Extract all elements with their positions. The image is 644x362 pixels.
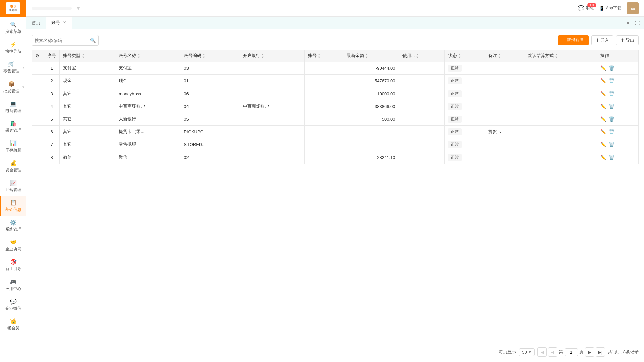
cell-settings — [32, 87, 44, 100]
tab-account[interactable]: 账号 ✕ — [46, 17, 72, 29]
export-button[interactable]: ⬆ 导出 — [616, 35, 639, 45]
sidebar-item-retail-mgmt[interactable]: 🛒 零售管理 ▼ — [0, 58, 26, 77]
sidebar-item-operations-mgmt[interactable]: 📈 经营管理 — [0, 176, 26, 196]
add-account-button[interactable]: + 新增账号 — [558, 35, 589, 45]
th-usage[interactable]: 使用...▲▼ — [399, 50, 445, 62]
finance-mgmt-icon: 💰 — [10, 160, 17, 166]
cell-status: 正常 — [445, 113, 485, 125]
cell-num: 8 — [44, 151, 60, 164]
cell-type: 其它 — [60, 87, 115, 100]
sidebar-item-basic-info[interactable]: 📋 基础信息 — [0, 196, 26, 216]
sidebar-item-ecommerce-mgmt[interactable]: 💻 电商管理 — [0, 97, 26, 117]
app-center-icon: 🎮 — [10, 279, 17, 285]
cell-status: 正常 — [445, 74, 485, 87]
next-page-btn[interactable]: ▶ — [585, 347, 594, 357]
cell-remark: 提货卡 — [485, 125, 524, 138]
th-remark[interactable]: 备注▲▼ — [485, 50, 524, 62]
edit-icon[interactable]: ✏️ — [600, 116, 606, 122]
cell-account — [304, 62, 343, 74]
page-input[interactable] — [565, 348, 578, 356]
app-download-button[interactable]: 📱 App下载 — [599, 5, 621, 11]
cell-type: 其它 — [60, 113, 115, 125]
beginner-guide-icon: 🎯 — [10, 259, 17, 265]
search-wrap[interactable]: 🔍 — [32, 35, 99, 46]
sidebar-item-inventory[interactable]: 📊 库存核算 — [0, 137, 26, 157]
table-container: ⚙ 序号 账号类型▲▼ 账号名称▲▼ 账号编码▲▼ 开户银行▲▼ 账号▲▼ 最新… — [32, 50, 639, 341]
edit-icon[interactable]: ✏️ — [600, 78, 606, 83]
table-row: 6 其它 提货卡（零... PICKUPC... 正常 提货卡 ✏️ 🗑️ — [32, 125, 639, 138]
cell-code: 05 — [180, 113, 239, 125]
th-default-settle[interactable]: 默认结算方式▲▼ — [524, 50, 597, 62]
last-page-btn[interactable]: ▶| — [596, 347, 605, 357]
first-page-btn[interactable]: |◀ — [537, 347, 547, 357]
delete-icon[interactable]: 🗑️ — [609, 155, 614, 160]
edit-icon[interactable]: ✏️ — [600, 104, 606, 109]
th-code[interactable]: 账号编码▲▼ — [180, 50, 239, 62]
delete-icon[interactable]: 🗑️ — [609, 78, 614, 83]
cell-usage — [399, 87, 445, 100]
sidebar-item-purchase-mgmt[interactable]: 🛍️ 采购管理 — [0, 117, 26, 137]
edit-icon[interactable]: ✏️ — [600, 142, 606, 147]
th-balance[interactable]: 最新余额▲▼ — [343, 50, 399, 62]
th-status[interactable]: 状态▲▼ — [445, 50, 485, 62]
sidebar-item-enterprise-wechat[interactable]: 💬 企业微信 — [0, 295, 26, 315]
delete-icon[interactable]: 🗑️ — [609, 142, 614, 147]
delete-icon[interactable]: 🗑️ — [609, 116, 614, 122]
add-account-label: + 新增账号 — [563, 37, 584, 43]
edit-icon[interactable]: ✏️ — [600, 91, 606, 96]
cell-name: 提货卡（零... — [115, 125, 180, 138]
cell-settings — [32, 74, 44, 87]
toolbar-right: + 新增账号 ⬇ 导入 ⬆ 导出 — [558, 35, 639, 45]
sidebar-item-search-menu[interactable]: 🔍 搜索菜单 — [0, 18, 26, 38]
dropdown-icon[interactable]: ▼ — [76, 5, 81, 11]
window-close-btn[interactable]: ✕ — [625, 20, 631, 26]
basic-info-icon: 📋 — [10, 199, 17, 206]
sidebar-item-quick-nav[interactable]: ⚡ 快捷导航 — [0, 38, 26, 58]
tab-account-close[interactable]: ✕ — [62, 20, 67, 25]
cell-num: 5 — [44, 113, 60, 125]
global-search-box[interactable] — [32, 7, 72, 10]
cell-remark — [485, 138, 524, 151]
app-logo: 稻谷 乐惠版 — [0, 0, 26, 17]
th-account[interactable]: 账号▲▼ — [304, 50, 343, 62]
th-bank[interactable]: 开户银行▲▼ — [239, 50, 304, 62]
edit-icon[interactable]: ✏️ — [600, 155, 606, 160]
cell-bank — [239, 125, 304, 138]
search-input[interactable] — [35, 38, 88, 43]
messages-button[interactable]: 💬 消息 99+ — [578, 5, 594, 11]
sidebar-item-label: 快捷导航 — [5, 49, 21, 54]
cell-account — [304, 100, 343, 113]
edit-icon[interactable]: ✏️ — [600, 129, 606, 134]
sidebar-item-vip-member[interactable]: 👑 畅会员 — [0, 315, 26, 335]
prev-page-btn[interactable]: ◀ — [548, 347, 557, 357]
th-name[interactable]: 账号名称▲▼ — [115, 50, 180, 62]
edit-icon[interactable]: ✏️ — [600, 65, 606, 71]
delete-icon[interactable]: 🗑️ — [609, 65, 614, 71]
logo-text: 稻谷 乐惠版 — [6, 2, 20, 14]
cell-name: 支付宝 — [115, 62, 180, 74]
table-row: 1 支付宝 支付宝 03 -90444.00 正常 ✏️ 🗑️ — [32, 62, 639, 74]
sidebar-item-wholesale-mgmt[interactable]: 📦 批发管理 ▼ — [0, 77, 26, 97]
cell-usage — [399, 100, 445, 113]
cell-code: STORED... — [180, 138, 239, 151]
delete-icon[interactable]: 🗑️ — [609, 104, 614, 109]
th-type[interactable]: 账号类型▲▼ — [60, 50, 115, 62]
sidebar-item-app-center[interactable]: 🎮 应用中心 — [0, 275, 26, 295]
sidebar-item-system-mgmt[interactable]: ⚙️ 系统管理 — [0, 216, 26, 236]
import-button[interactable]: ⬇ 导入 — [591, 35, 614, 45]
window-maximize-btn[interactable]: ⛶ — [634, 20, 641, 26]
cell-num: 4 — [44, 100, 60, 113]
sidebar-item-beginner-guide[interactable]: 🎯 新手引导 — [0, 255, 26, 275]
avatar[interactable]: Ea — [627, 2, 639, 14]
sidebar-item-finance-mgmt[interactable]: 💰 资金管理 — [0, 157, 26, 176]
tab-home[interactable]: 首页 — [26, 17, 46, 29]
sidebar-item-label: 畅会员 — [7, 325, 19, 331]
delete-icon[interactable]: 🗑️ — [609, 91, 614, 96]
delete-icon[interactable]: 🗑️ — [609, 129, 614, 134]
sidebar: 稻谷 乐惠版 🔍 搜索菜单 ⚡ 快捷导航 🛒 零售管理 ▼ 📦 批发管理 ▼ — [0, 0, 26, 362]
sidebar-item-enterprise-agreement[interactable]: 🤝 企业协同 — [0, 236, 26, 255]
sidebar-item-label: 基础信息 — [5, 207, 21, 213]
th-settings[interactable]: ⚙ — [32, 50, 44, 62]
per-page-select[interactable]: 50 ▼ — [519, 348, 534, 356]
cell-account — [304, 125, 343, 138]
